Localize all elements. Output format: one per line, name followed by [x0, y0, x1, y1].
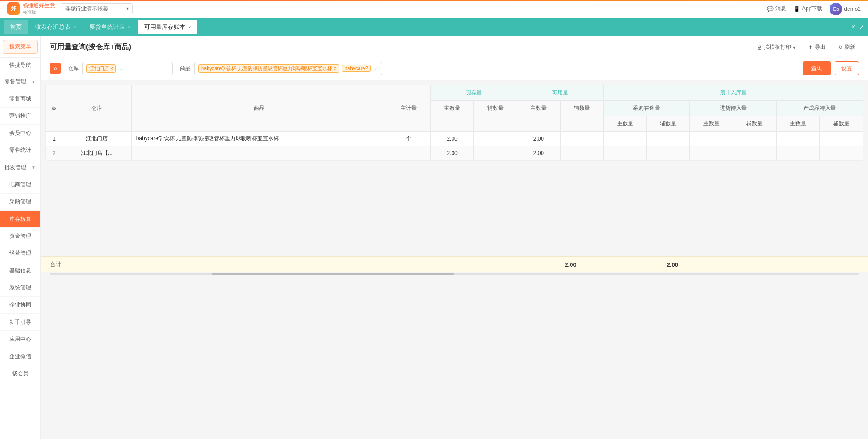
product-tag-label: babycare学饮杯 儿童防摔防撞吸管杯重力球吸嘴杯宝宝水杯 — [201, 65, 332, 72]
cell-av-aux-2 — [560, 146, 604, 160]
product-tag-close[interactable]: × — [334, 66, 336, 71]
sidebar-item-wechat-work[interactable]: 企业微信 — [0, 348, 40, 365]
expand-icon[interactable]: ⤢ — [859, 24, 864, 31]
th-warehouse: 仓库 — [62, 85, 132, 132]
logo-text: 畅捷通好生意 — [23, 2, 55, 9]
product-filter-group: 商品 babycare学饮杯 儿童防摔防撞吸管杯重力球吸嘴杯宝宝水杯 × bab… — [180, 62, 382, 75]
sidebar-item-system-mgmt[interactable]: 系统管理 — [0, 279, 40, 297]
scrollbar-thumb[interactable] — [212, 273, 454, 275]
cell-warehouse-2: 江北门店【... — [62, 146, 132, 160]
th-cs-aux2 — [474, 116, 517, 132]
industry-selector[interactable]: 母婴行业演示账套 ▾ — [61, 3, 133, 14]
sidebar-item-procurement[interactable]: 采购管理 — [0, 194, 40, 211]
product-tag-babycare2[interactable]: babycare? — [342, 65, 370, 72]
sidebar-item-wholesale-mgmt[interactable]: 批发管理 ▼ — [0, 159, 40, 176]
sidebar-item-app-center[interactable]: 应用中心 — [0, 331, 40, 348]
sidebar-retail-mall-label: 零售商城 — [9, 95, 31, 103]
tab-order-stats[interactable]: 要货单统计表 × — [83, 20, 137, 34]
sidebar-finance-label: 资金管理 — [9, 232, 31, 240]
sidebar-item-marketing[interactable]: 营销推广 — [0, 108, 40, 125]
tab-summary[interactable]: 收发存汇总表 × — [29, 20, 82, 34]
logo-text-area: 畅捷通好生意 标准版 — [23, 2, 55, 15]
tab-available-stock[interactable]: 可用量库存账本 × — [138, 20, 197, 34]
cell-ga-aux-2 — [733, 146, 777, 160]
app-download-action[interactable]: 📱 App下载 — [793, 5, 822, 13]
top-header: 好 畅捷通好生意 标准版 母婴行业演示账套 ▾ 💬 消息 📱 App下载 Ea … — [0, 0, 868, 18]
table-row: 2 江北门店【... 2.00 2.00 — [46, 146, 863, 160]
cell-pa-aux-1 — [820, 132, 863, 146]
content-area: 可用量查询(按仓库+商品) 🖨 按模板打印 ▾ ⬆ 导出 ↻ 刷新 » — [41, 36, 868, 439]
sidebar-item-inventory[interactable]: 库存核算 — [0, 211, 40, 228]
th-main-unit: 主计量 — [387, 85, 431, 132]
dropdown-icon: ▾ — [126, 5, 129, 12]
sidebar-item-basic-info[interactable]: 基础信息 — [0, 262, 40, 279]
avatar: Ea — [830, 3, 842, 15]
sidebar-member-label: 畅会员 — [12, 370, 28, 378]
sidebar-item-retail-stats[interactable]: 零售统计 — [0, 142, 40, 159]
print-template-button[interactable]: 🖨 按模板打印 ▾ — [753, 42, 799, 53]
filter-expand-button[interactable]: » — [50, 63, 61, 74]
sidebar: 搜索菜单 快捷导航 零售管理 ▲ 零售商城 营销推广 会员中心 零售统计 批发管… — [0, 36, 41, 439]
sidebar-item-beginner-guide[interactable]: 新手引导 — [0, 314, 40, 331]
product-tag-babycare[interactable]: babycare学饮杯 儿童防摔防撞吸管杯重力球吸嘴杯宝宝水杯 × — [198, 64, 339, 73]
sidebar-search-button[interactable]: 搜索菜单 — [3, 40, 38, 54]
tab-bar: 首页 收发存汇总表 × 要货单统计表 × 可用量库存账本 × × ⤢ — [0, 18, 868, 36]
cell-cs-aux-1 — [474, 132, 517, 146]
cell-cs-main-1: 2.00 — [430, 132, 474, 146]
tab-summary-close[interactable]: × — [73, 24, 76, 30]
cell-ga-main-2 — [690, 146, 733, 160]
th-available-aux: 辅数量 — [560, 101, 604, 116]
table-area: ⚙ 仓库 商品 主计量 现存量 可用量 预计入库量 主数量 辅数量 主数量 辅数… — [45, 85, 863, 161]
cell-unit-2 — [387, 146, 431, 160]
sidebar-member-center-label: 会员中心 — [9, 129, 31, 137]
summary-bar: 合计 2.00 2.00 — [41, 256, 868, 272]
tab-home[interactable]: 首页 — [4, 20, 28, 34]
export-button[interactable]: ⬆ 导出 — [805, 42, 829, 53]
refresh-button[interactable]: ↻ 刷新 — [835, 42, 859, 53]
warehouse-more[interactable]: ... — [118, 65, 123, 71]
th-available-main: 主数量 — [517, 101, 561, 116]
print-dropdown-icon: ▾ — [793, 44, 796, 51]
sidebar-item-ecommerce[interactable]: 电商管理 — [0, 176, 40, 194]
data-table: ⚙ 仓库 商品 主计量 现存量 可用量 预计入库量 主数量 辅数量 主数量 辅数… — [46, 85, 863, 160]
sidebar-item-operations[interactable]: 经营管理 — [0, 245, 40, 262]
tab-order-stats-close[interactable]: × — [127, 24, 130, 30]
user-action[interactable]: Ea demo2 — [830, 3, 861, 15]
settings-button[interactable]: 设置 — [835, 61, 859, 75]
warehouse-tag-jiangbei[interactable]: 江北门店 × — [86, 64, 116, 73]
scrollbar-area — [41, 272, 868, 276]
sidebar-item-enterprise-collab[interactable]: 企业协同 — [0, 297, 40, 314]
close-all-icon[interactable]: × — [851, 23, 855, 31]
summary-label: 合计 — [50, 260, 61, 269]
th-available: 可用量 — [517, 85, 604, 101]
sidebar-inventory-label: 库存核算 — [9, 215, 31, 223]
cell-pt-main-1 — [604, 132, 647, 146]
message-action[interactable]: 💬 消息 — [767, 5, 786, 13]
sidebar-item-retail-mall[interactable]: 零售商城 — [0, 90, 40, 108]
sidebar-procurement-label: 采购管理 — [9, 198, 31, 206]
th-settings[interactable]: ⚙ — [46, 85, 62, 132]
query-button[interactable]: 查询 — [803, 61, 831, 75]
tab-available-stock-close[interactable]: × — [188, 24, 191, 30]
header-right: 💬 消息 📱 App下载 Ea demo2 — [767, 3, 861, 15]
sidebar-nav-button[interactable]: 快捷导航 — [0, 58, 40, 73]
cell-pa-main-1 — [776, 132, 820, 146]
sidebar-system-mgmt-label: 系统管理 — [9, 284, 31, 292]
sidebar-search-area: 搜索菜单 — [0, 36, 40, 58]
refresh-icon: ↻ — [838, 44, 843, 51]
sidebar-item-retail-mgmt[interactable]: 零售管理 ▲ — [0, 73, 40, 90]
sidebar-item-member-center[interactable]: 会员中心 — [0, 125, 40, 142]
warehouse-filter-input[interactable]: 江北门店 × ... — [82, 62, 173, 75]
warehouse-tag-close[interactable]: × — [110, 66, 113, 71]
product-more[interactable]: ... — [373, 65, 378, 71]
product-filter-input[interactable]: babycare学饮杯 儿童防摔防撞吸管杯重力球吸嘴杯宝宝水杯 × babyca… — [194, 62, 382, 75]
summary-available: 2.00 — [667, 261, 678, 268]
industry-label: 母婴行业演示账套 — [65, 5, 108, 13]
export-icon: ⬆ — [808, 44, 813, 51]
th-pa-main: 主数量 — [776, 116, 820, 132]
sidebar-item-member[interactable]: 畅会员 — [0, 365, 40, 382]
cell-av-main-2: 2.00 — [517, 146, 561, 160]
sidebar-item-finance[interactable]: 资金管理 — [0, 228, 40, 245]
th-planned-inbound: 预计入库量 — [604, 85, 863, 101]
cell-product-1: babycare学饮杯 儿童防摔防撞吸管杯重力球吸嘴杯宝宝水杯 — [131, 132, 387, 146]
